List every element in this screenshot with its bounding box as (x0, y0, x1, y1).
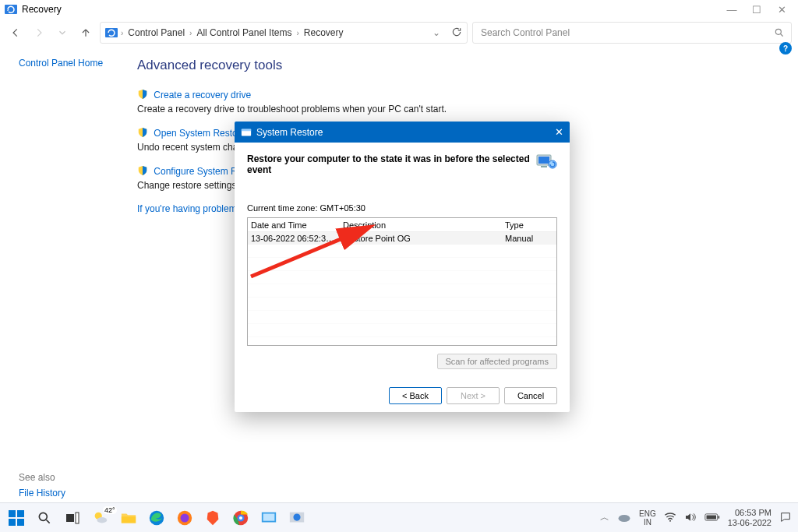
row-type: Manual (502, 233, 556, 244)
search-icon (774, 27, 785, 38)
page-title: Advanced recovery tools (137, 58, 784, 73)
svg-rect-4 (242, 129, 251, 131)
lang-secondary: IN (639, 518, 656, 527)
svg-point-25 (239, 516, 242, 519)
taskbar-clock[interactable]: 06:53 PM 13-06-2022 (728, 508, 772, 527)
see-also-section: See also File History (19, 472, 65, 505)
header-description[interactable]: Description (340, 219, 502, 231)
breadcrumb-all-items[interactable]: All Control Panel Items (195, 27, 293, 38)
edge-button[interactable] (147, 508, 167, 528)
breadcrumb-recovery[interactable]: Recovery (302, 27, 345, 38)
system-restore-icon (241, 127, 252, 138)
firefox-button[interactable] (175, 508, 195, 528)
dialog-title: System Restore (256, 127, 323, 138)
header-datetime[interactable]: Date and Time (248, 219, 340, 231)
recent-dropdown[interactable] (53, 23, 72, 42)
svg-point-31 (669, 520, 671, 521)
tray-chevron-up-icon[interactable]: ︿ (600, 511, 609, 524)
system-tray: ︿ ENG IN 06:53 PM 13-06-2022 (600, 508, 792, 527)
search-box[interactable] (472, 22, 792, 44)
header-type[interactable]: Type (502, 219, 556, 231)
battery-icon[interactable] (704, 513, 720, 523)
weather-temp: 42° (103, 506, 117, 514)
svg-rect-27 (263, 513, 275, 520)
create-recovery-drive-link[interactable]: Create a recovery drive (154, 90, 251, 100)
close-button[interactable]: ✕ (776, 4, 787, 15)
svg-point-29 (293, 513, 300, 520)
control-panel-home-link[interactable]: Control Panel Home (19, 58, 122, 69)
weather-widget[interactable]: 42° (90, 508, 111, 528)
svg-rect-33 (718, 516, 719, 518)
sidebar: Control Panel Home See also File History (0, 47, 131, 514)
cancel-button[interactable]: Cancel (504, 387, 557, 404)
search-taskbar-button[interactable] (34, 508, 55, 528)
address-bar[interactable]: › Control Panel › All Control Panel Item… (100, 22, 468, 44)
svg-point-30 (619, 515, 630, 522)
chrome-button[interactable] (231, 508, 251, 528)
start-button[interactable] (6, 508, 26, 528)
open-system-restore-link[interactable]: Open System Restore (154, 128, 245, 139)
svg-rect-10 (9, 510, 16, 517)
svg-point-22 (181, 513, 189, 522)
svg-rect-11 (17, 510, 24, 517)
chevron-down-icon[interactable]: ⌄ (433, 27, 440, 38)
recovery-icon (105, 26, 118, 39)
see-also-heading: See also (19, 472, 65, 483)
svg-rect-12 (9, 519, 16, 526)
wifi-icon[interactable] (664, 512, 676, 524)
dialog-body: Restore your computer to the state it wa… (235, 143, 570, 412)
refresh-button[interactable] (451, 26, 462, 40)
dialog-titlebar: System Restore ✕ (235, 122, 570, 143)
restore-point-grid[interactable]: Date and Time Description Type 13-06-202… (247, 217, 557, 346)
maximize-button[interactable]: ☐ (751, 4, 762, 15)
navbar: › Control Panel › All Control Panel Item… (0, 19, 798, 47)
lang-primary: ENG (639, 509, 656, 518)
create-recovery-drive-desc: Create a recovery drive to troubleshoot … (137, 104, 784, 115)
back-button[interactable] (6, 23, 25, 42)
file-explorer-button[interactable] (118, 508, 139, 528)
svg-rect-16 (76, 513, 79, 523)
chevron-right-icon: › (296, 29, 298, 37)
search-input[interactable] (479, 26, 774, 39)
timezone-label: Current time zone: GMT+05:30 (247, 203, 557, 213)
taskbar: 42° ︿ ENG IN (0, 502, 798, 532)
brave-button[interactable] (203, 508, 223, 528)
shield-icon (137, 127, 148, 140)
svg-rect-7 (541, 166, 547, 167)
minimize-button[interactable]: — (726, 4, 737, 15)
up-button[interactable] (76, 23, 95, 42)
tool-create-recovery-drive: Create a recovery drive Create a recover… (137, 89, 784, 115)
language-indicator[interactable]: ENG IN (639, 509, 656, 527)
row-datetime: 13-06-2022 06:52:35 PM (248, 233, 340, 244)
svg-rect-15 (66, 514, 74, 522)
scan-affected-programs-button[interactable]: Scan for affected programs (437, 354, 557, 369)
chevron-right-icon: › (189, 29, 192, 37)
volume-icon[interactable] (684, 512, 697, 524)
app1-button[interactable] (259, 508, 279, 528)
app2-button[interactable] (287, 508, 307, 528)
recovery-app-icon (5, 3, 17, 16)
restore-point-row[interactable]: 13-06-2022 06:52:35 PM Restore Point OG … (248, 232, 556, 245)
task-view-button[interactable] (62, 508, 83, 528)
grid-header: Date and Time Description Type (248, 218, 556, 232)
dialog-close-button[interactable]: ✕ (555, 126, 563, 138)
next-button[interactable]: Next > (447, 387, 500, 404)
forward-button[interactable] (30, 23, 48, 42)
clock-date: 13-06-2022 (728, 518, 772, 528)
onedrive-icon[interactable] (617, 512, 631, 524)
svg-rect-13 (17, 519, 24, 526)
svg-rect-19 (122, 516, 136, 523)
shield-icon (137, 89, 148, 102)
svg-point-2 (775, 29, 781, 34)
notifications-icon[interactable] (779, 511, 792, 525)
svg-rect-6 (538, 157, 549, 164)
system-restore-dialog: System Restore ✕ Restore your computer t… (235, 122, 570, 412)
shield-icon (137, 165, 148, 178)
breadcrumb-control-panel[interactable]: Control Panel (126, 27, 186, 38)
svg-point-18 (97, 517, 107, 523)
clock-time: 06:53 PM (728, 508, 772, 518)
titlebar: Recovery — ☐ ✕ (0, 0, 798, 19)
back-button[interactable]: < Back (389, 387, 442, 404)
row-description: Restore Point OG (340, 233, 502, 244)
file-history-link[interactable]: File History (19, 488, 65, 499)
